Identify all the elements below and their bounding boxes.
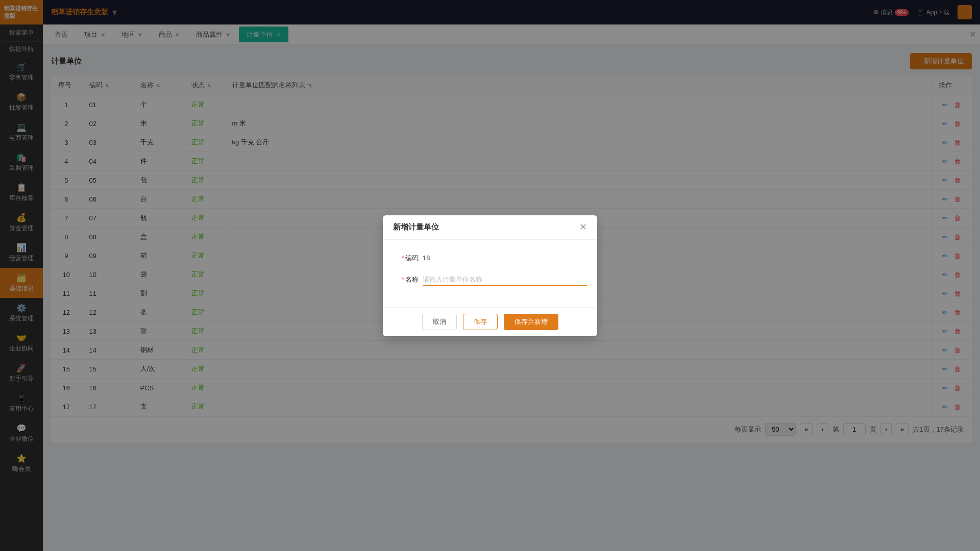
form-row-code: *编码	[393, 252, 587, 264]
save-button[interactable]: 保存	[463, 314, 498, 330]
modal-footer: 取消 保存 保存并新增	[383, 307, 597, 336]
form-label-code: *编码	[393, 254, 419, 263]
modal-header: 新增计量单位 ✕	[383, 215, 597, 240]
save-and-new-button[interactable]: 保存并新增	[504, 314, 558, 330]
required-mark-code: *	[402, 254, 404, 262]
modal-title: 新增计量单位	[393, 222, 439, 232]
modal-close-button[interactable]: ✕	[579, 222, 587, 232]
modal-body: *编码 *名称	[383, 240, 597, 307]
required-mark-name: *	[402, 276, 404, 283]
code-input[interactable]	[423, 252, 587, 264]
form-row-name: *名称	[393, 273, 587, 286]
modal-overlay[interactable]: 新增计量单位 ✕ *编码 *名称 取消 保存 保存并新增	[0, 0, 980, 551]
name-input[interactable]	[423, 273, 587, 286]
cancel-button[interactable]: 取消	[422, 314, 457, 330]
form-label-name: *名称	[393, 275, 419, 284]
add-unit-modal: 新增计量单位 ✕ *编码 *名称 取消 保存 保存并新增	[383, 215, 597, 336]
